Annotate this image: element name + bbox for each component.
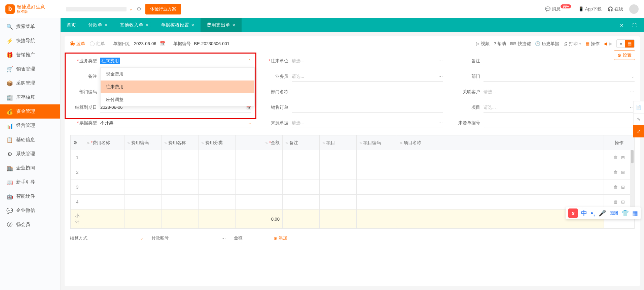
project-select[interactable]: 请选...⋯ xyxy=(484,102,635,112)
float-expand-icon[interactable]: ⤢ xyxy=(633,125,644,137)
dept-select[interactable]: ⌄ xyxy=(484,71,635,82)
add-row-icon[interactable]: ⊞ xyxy=(621,155,625,160)
skin-icon[interactable]: 👕 xyxy=(621,210,629,217)
salesman-select[interactable]: 请选...⋯ xyxy=(292,71,443,82)
app-download-button[interactable]: 📱 App下载 xyxy=(578,6,602,12)
col-project-name[interactable]: ⇅项目名称 xyxy=(397,135,604,150)
business-type-select[interactable]: 往来费用 ⌃ xyxy=(100,56,251,66)
next-icon[interactable]: ▶ xyxy=(609,41,612,46)
float-note-icon[interactable]: 📄 xyxy=(633,101,644,113)
sidebar-item-4[interactable]: 📦采购管理 xyxy=(0,76,60,90)
dropdown-option-2[interactable]: 应付调整 xyxy=(101,93,254,106)
delete-icon[interactable]: 🗑 xyxy=(613,170,618,175)
more-icon[interactable]: ⋯ xyxy=(438,58,443,63)
source-doc-select[interactable]: 请选...⋯ xyxy=(292,118,443,128)
trial-plan-button[interactable]: 体验行业方案 xyxy=(145,4,181,14)
sidebar-item-14[interactable]: Ⓥ畅会员 xyxy=(0,218,60,232)
close-icon[interactable]: ✕ xyxy=(191,23,194,28)
sidebar-item-6[interactable]: 💰资金管理 xyxy=(0,104,60,119)
sidebar-item-5[interactable]: 🏢库存核算 xyxy=(0,90,60,104)
sidebar-item-8[interactable]: 📋基础信息 xyxy=(0,133,60,147)
col-project-code[interactable]: ⇅项目编码 xyxy=(357,135,397,150)
detail-view-icon[interactable]: ▤ xyxy=(625,40,634,47)
sidebar-item-3[interactable]: 🛒销售管理 xyxy=(0,62,60,76)
col-project[interactable]: ⇅项目 xyxy=(320,135,357,150)
toolbox-icon[interactable]: ▦ xyxy=(632,210,638,217)
radio-red[interactable]: 红单 xyxy=(90,41,105,47)
sidebar-item-12[interactable]: 🤖智能硬件 xyxy=(0,189,60,203)
ime-keyboard-icon[interactable]: ⌨ xyxy=(609,210,618,217)
float-pen-icon[interactable]: ✎ xyxy=(633,113,644,125)
dropdown-option-1[interactable]: 往来费用 xyxy=(101,80,254,93)
add-settlement-button[interactable]: ⊕ 添加 xyxy=(274,235,287,241)
view-toggle[interactable]: ≡ ▤ xyxy=(616,39,635,48)
history-button[interactable]: 🕑历史单据 xyxy=(535,41,559,47)
sidebar-item-0[interactable]: 🔍搜索菜单 xyxy=(0,20,60,34)
ticket-type-select[interactable]: 不开票⌄ xyxy=(100,118,251,128)
more-icon[interactable]: ⋯ xyxy=(630,89,635,94)
close-icon[interactable]: ✕ xyxy=(232,23,236,28)
table-scrollbar[interactable] xyxy=(630,150,634,214)
sidebar-item-1[interactable]: ⚡快捷导航 xyxy=(0,34,60,48)
tab-1[interactable]: 付款单✕ xyxy=(82,18,114,32)
company-selector[interactable]: ⌄ xyxy=(66,7,133,11)
col-remark[interactable]: ⇅备注 xyxy=(283,135,320,150)
tab-0[interactable]: 首页 xyxy=(61,18,82,32)
help-button[interactable]: ?帮助 xyxy=(494,41,506,47)
tab-3[interactable]: 单据模板设置✕ xyxy=(155,18,201,32)
payment-account[interactable]: 付款账号 ⋯ xyxy=(151,235,226,241)
col-expense-category[interactable]: ⇅费用分类 xyxy=(199,135,236,150)
sidebar-item-13[interactable]: 💬企业微信 xyxy=(0,203,60,218)
table-row[interactable]: 1🗑⊞ xyxy=(71,150,634,165)
gear-icon[interactable]: ⚙ xyxy=(137,6,141,12)
calendar-icon[interactable]: 📅 xyxy=(160,41,165,46)
dropdown-option-0[interactable]: 现金费用 xyxy=(101,68,254,80)
add-row-icon[interactable]: ⊞ xyxy=(621,170,625,175)
dept-name-input[interactable] xyxy=(292,87,443,97)
settlement-amount[interactable]: 金额 xyxy=(234,235,265,241)
video-button[interactable]: ▷视频 xyxy=(476,41,490,47)
sidebar-item-9[interactable]: ⚙系统管理 xyxy=(0,147,60,161)
source-doc-no-input[interactable] xyxy=(484,118,635,128)
table-row[interactable]: 4🗑⊞ xyxy=(71,195,634,210)
messages-button[interactable]: 💬 消息 99+ xyxy=(545,6,572,12)
sidebar-item-10[interactable]: 🏬企业协同 xyxy=(0,161,60,175)
sales-order-input[interactable] xyxy=(292,102,443,112)
radio-blue[interactable]: 蓝单 xyxy=(70,41,85,47)
delete-icon[interactable]: 🗑 xyxy=(613,155,618,160)
mic-icon[interactable]: 🎤 xyxy=(599,210,606,217)
shortcut-button[interactable]: ⌨快捷键 xyxy=(510,41,531,47)
prev-icon[interactable]: ◀ xyxy=(604,41,607,46)
list-view-icon[interactable]: ≡ xyxy=(617,40,625,47)
related-customer-select[interactable]: 请选...⋯ xyxy=(484,87,635,97)
tab-4[interactable]: 费用支出单✕ xyxy=(201,18,242,32)
online-service-button[interactable]: 🎧 在线 xyxy=(608,6,623,12)
print-button[interactable]: 🖨打印▾ xyxy=(563,41,581,47)
delete-icon[interactable]: 🗑 xyxy=(613,185,618,190)
sidebar-item-7[interactable]: 📊经营管理 xyxy=(0,119,60,133)
sidebar-item-11[interactable]: 📖新手引导 xyxy=(0,175,60,189)
more-icon[interactable]: ⋯ xyxy=(221,236,226,241)
operate-button[interactable]: ▦操作 xyxy=(585,41,600,47)
more-icon[interactable]: ⋯ xyxy=(438,120,443,125)
ime-punct-icon[interactable]: •, xyxy=(591,209,595,218)
fullscreen-icon[interactable]: ⛶ xyxy=(630,22,639,29)
col-expense-name2[interactable]: ⇅费用名称 xyxy=(162,135,199,150)
col-amount[interactable]: ⇅*金额 xyxy=(236,135,283,150)
table-settings-icon[interactable]: ⚙ xyxy=(71,135,84,150)
close-icon[interactable]: ✕ xyxy=(104,23,108,28)
more-icon[interactable]: ⋯ xyxy=(438,74,443,79)
settlement-method[interactable]: 结算方式 ⌄ xyxy=(70,235,143,241)
sidebar-item-2[interactable]: 🎁营销推广 xyxy=(0,48,60,62)
avatar[interactable] xyxy=(629,4,639,14)
remark-input[interactable] xyxy=(484,56,635,66)
contact-unit-select[interactable]: 请选...⋯ xyxy=(292,56,443,66)
col-expense-code[interactable]: ⇅费用编码 xyxy=(124,135,162,150)
chevron-down-icon[interactable]: ⌄ xyxy=(129,7,133,11)
add-row-icon[interactable]: ⊞ xyxy=(621,185,625,190)
add-row-icon[interactable]: ⊞ xyxy=(621,199,625,204)
table-row[interactable]: 3🗑⊞ xyxy=(71,180,634,195)
ime-bar[interactable]: S 中 •, 🎤 ⌨ 👕 ▦ xyxy=(566,207,641,219)
tab-2[interactable]: 其他收入单✕ xyxy=(114,18,155,32)
col-expense-name[interactable]: ⇅*费用名称 xyxy=(84,135,124,150)
